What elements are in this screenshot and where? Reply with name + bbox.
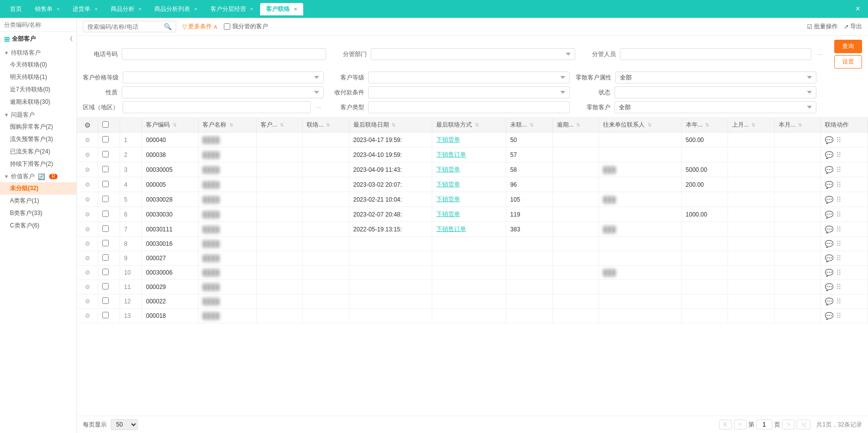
tab-home[interactable]: 首页 xyxy=(4,3,28,15)
row-check[interactable] xyxy=(98,237,120,251)
close-product-analysis-tab[interactable]: × xyxy=(138,6,141,12)
customer-level-select[interactable] xyxy=(368,72,570,83)
last-page-btn[interactable]: >| xyxy=(797,420,810,430)
row-last-method[interactable]: 下销货单 xyxy=(432,162,506,177)
contact-action-icon[interactable]: 💬 xyxy=(825,166,833,174)
row-check[interactable] xyxy=(98,192,120,207)
contact-action-icon[interactable]: 💬 xyxy=(825,297,833,305)
row-settings[interactable]: ⚙ xyxy=(77,280,98,294)
more-action-icon[interactable]: ⠿ xyxy=(836,225,841,233)
row-check[interactable] xyxy=(98,162,120,177)
first-page-btn[interactable]: K xyxy=(719,420,732,430)
sidebar-item-unclassified[interactable]: 未分组(32) xyxy=(0,182,76,195)
col-last-month[interactable]: 上月... ⇅ xyxy=(728,118,775,133)
page-size-select[interactable]: 10 20 50 100 xyxy=(111,419,138,430)
phone-input[interactable] xyxy=(122,48,326,60)
query-button[interactable]: 查询 xyxy=(834,40,862,53)
sidebar-item-churned[interactable]: 已流失客户(24) xyxy=(0,145,76,158)
region-dots[interactable]: ··· xyxy=(315,104,324,111)
sidebar-group-value[interactable]: ▼ 价值客户 🔄 R xyxy=(0,170,76,182)
row-settings[interactable]: ⚙ xyxy=(77,237,98,251)
sidebar-all-customers[interactable]: ⊞ 全部客户 《 xyxy=(0,32,76,46)
contact-action-icon[interactable]: 💬 xyxy=(825,181,833,189)
close-purchase-tab[interactable]: × xyxy=(94,6,97,12)
tab-purchase[interactable]: 进货单 × xyxy=(67,3,103,15)
col-last-method[interactable]: 最后联络方式 ⇅ xyxy=(432,118,506,133)
close-sales-tab[interactable]: × xyxy=(57,6,60,12)
row-settings[interactable]: ⚙ xyxy=(77,309,98,323)
retail-attr-select[interactable]: 全部 xyxy=(615,72,816,83)
row-check[interactable] xyxy=(98,207,120,222)
row-settings[interactable]: ⚙ xyxy=(77,192,98,207)
tab-product-analysis[interactable]: 商品分析 × xyxy=(105,3,147,15)
sidebar-item-class-a[interactable]: A类客户(1) xyxy=(0,195,76,207)
more-action-icon[interactable]: ⠿ xyxy=(836,181,841,189)
row-settings[interactable]: ⚙ xyxy=(77,294,98,309)
contact-action-icon[interactable]: 💬 xyxy=(825,136,833,144)
row-check[interactable] xyxy=(98,222,120,237)
row-settings[interactable]: ⚙ xyxy=(77,162,98,177)
more-action-icon[interactable]: ⠿ xyxy=(836,196,841,204)
row-settings[interactable]: ⚙ xyxy=(77,133,98,147)
prev-page-btn[interactable]: < xyxy=(734,420,746,430)
col-code[interactable]: 客户编码 ⇅ xyxy=(142,118,199,133)
col-name[interactable]: 客户名称 ⇅ xyxy=(199,118,256,133)
row-settings[interactable]: ⚙ xyxy=(77,147,98,162)
col-contact[interactable]: 联络... ⇅ xyxy=(303,118,349,133)
settings-icon[interactable]: ⚙ xyxy=(84,121,91,129)
sidebar-item-churn-warning[interactable]: 流失预警客户(3) xyxy=(0,133,76,145)
page-input[interactable] xyxy=(756,420,772,430)
more-action-icon[interactable]: ⠿ xyxy=(836,254,841,262)
close-all-tabs[interactable]: × xyxy=(852,2,864,15)
sidebar-item-7days[interactable]: 近7天待联络(0) xyxy=(0,83,76,96)
customer-type-input[interactable] xyxy=(368,101,570,113)
more-action-icon[interactable]: ⠿ xyxy=(836,269,841,277)
more-conditions-btn[interactable]: ▽ 更多条件 ∧ xyxy=(182,22,218,31)
close-customer-segment-tab[interactable]: × xyxy=(250,6,253,12)
sidebar-search-box[interactable]: 🔍 xyxy=(0,18,76,32)
row-check[interactable] xyxy=(98,251,120,266)
row-check[interactable] xyxy=(98,280,120,294)
col-company-contact[interactable]: 往来单位联系人 ⇅ xyxy=(599,118,681,133)
col-this-year[interactable]: 本年... ⇅ xyxy=(681,118,728,133)
more-action-icon[interactable]: ⠿ xyxy=(836,312,841,320)
next-page-btn[interactable]: > xyxy=(782,420,795,430)
more-action-icon[interactable]: ⠿ xyxy=(836,297,841,305)
contact-action-icon[interactable]: 💬 xyxy=(825,196,833,204)
region-input[interactable] xyxy=(123,101,311,113)
contact-action-icon[interactable]: 💬 xyxy=(825,211,833,218)
col-overdue[interactable]: 逾期... ⇅ xyxy=(552,118,599,133)
more-action-icon[interactable]: ⠿ xyxy=(836,151,841,159)
more-action-icon[interactable]: ⠿ xyxy=(836,211,841,218)
sidebar-item-tomorrow[interactable]: 明天待联络(1) xyxy=(0,71,76,83)
tab-product-analysis-list[interactable]: 商品分析列表 × xyxy=(148,3,203,15)
tab-customer-contact[interactable]: 客户联络 × xyxy=(260,3,303,15)
contact-action-icon[interactable]: 💬 xyxy=(825,283,833,291)
contact-action-icon[interactable]: 💬 xyxy=(825,312,833,320)
status-select[interactable] xyxy=(614,86,816,98)
manager-dots[interactable]: ··· xyxy=(815,51,824,58)
contact-action-icon[interactable]: 💬 xyxy=(825,151,833,159)
row-check[interactable] xyxy=(98,266,120,280)
sidebar-item-overdue[interactable]: 逾期未联络(30) xyxy=(0,96,76,108)
contact-action-icon[interactable]: 💬 xyxy=(825,240,833,248)
retail-customer-select[interactable]: 全部 xyxy=(614,101,816,113)
sidebar-group-problem[interactable]: ▼ 问题客户 xyxy=(0,108,76,121)
col-this-month[interactable]: 本月... ⇅ xyxy=(774,118,821,133)
sidebar-item-declining[interactable]: 持续下滑客户(2) xyxy=(0,158,76,170)
select-all-checkbox[interactable] xyxy=(102,121,109,128)
col-not-contacted[interactable]: 未联... ⇅ xyxy=(506,118,553,133)
row-last-method[interactable]: 下销货单 xyxy=(432,207,506,222)
row-check[interactable] xyxy=(98,309,120,323)
row-settings[interactable]: ⚙ xyxy=(77,222,98,237)
row-settings[interactable]: ⚙ xyxy=(77,207,98,222)
row-last-method[interactable]: 下销售订单 xyxy=(432,222,506,237)
row-last-method[interactable]: 下销货单 xyxy=(432,192,506,207)
reset-button[interactable]: 设置 xyxy=(834,55,862,69)
close-customer-contact-tab[interactable]: × xyxy=(294,6,297,12)
col-type[interactable]: 客户... ⇅ xyxy=(256,118,303,133)
search-input[interactable] xyxy=(87,23,162,30)
sidebar-item-abnormal[interactable]: 囤购异常客户(2) xyxy=(0,121,76,133)
row-check[interactable] xyxy=(98,133,120,147)
search-icon[interactable]: 🔍 xyxy=(164,23,172,30)
